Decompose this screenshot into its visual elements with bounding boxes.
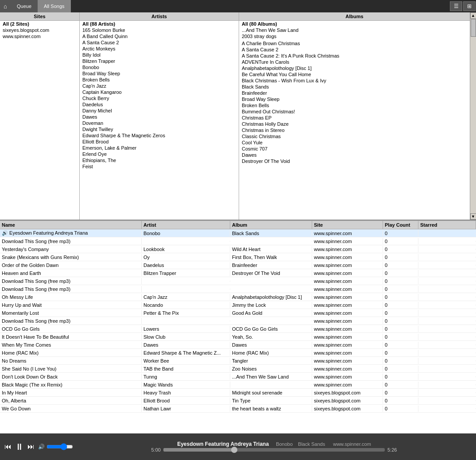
site-item[interactable]: www.spinner.com [0,33,79,39]
table-row[interactable]: Yesterday's CompanyLookbookWild At Heart… [0,245,476,253]
home-button[interactable]: ⌂ [0,0,11,12]
artist-item[interactable]: Broken Bells [80,77,239,83]
table-row[interactable]: Snake (Mexicans with Guns Remix)OyFirst … [0,253,476,261]
table-row[interactable]: Oh Messy LifeCap'n JazzAnalphabetapoloth… [0,293,476,301]
album-item[interactable]: Cosmic 707 [239,146,470,152]
table-row[interactable]: Don't Look Down Or BackTunng...And Then … [0,373,476,381]
column-header-playcount[interactable]: Play Count [383,221,418,229]
table-row[interactable]: Heaven and EarthBlitzen TrapperDestroyer… [0,269,476,277]
artist-item[interactable]: Captain Kangaroo [80,89,239,95]
site-item[interactable]: sixeyes.blogspot.com [0,27,79,33]
song-album-cell: ...And Then We Saw Land [230,374,312,380]
table-row[interactable]: It Doesn't Have To Be BeautifulSlow Club… [0,333,476,341]
table-row[interactable]: In My HeartHeavy TrashMidnight soul sere… [0,389,476,397]
artist-item[interactable]: Feist [80,163,239,170]
queue-tab[interactable]: Queue [11,0,38,12]
artist-item[interactable]: Dawes [80,114,239,120]
artist-item[interactable]: Emerson, Lake & Palmer [80,145,239,151]
song-site-cell: sixeyes.blogspot.com [312,398,383,404]
album-item[interactable]: Black Christmas - Wish From Lux & Ivy [239,77,470,84]
column-header-starred[interactable]: Starred [418,221,476,229]
album-item[interactable]: Brainfeeder [239,90,470,96]
album-item[interactable]: Dawes [239,152,470,158]
site-item[interactable]: All (2 Sites) [0,21,79,27]
table-row[interactable]: Download This Song (free mp3)www.spinner… [0,285,476,293]
artist-item[interactable]: Danny Michel [80,108,239,114]
artist-item[interactable]: Blitzen Trapper [80,58,239,64]
album-item[interactable]: Christmas Holly Daze [239,121,470,127]
table-row[interactable]: Black Magic (The xx Remix)Magic Wandswww… [0,381,476,389]
artist-item[interactable]: Daedelus [80,101,239,108]
album-item[interactable]: Bummed Out Christmas! [239,108,470,115]
artist-item[interactable]: Billy Idol [80,52,239,58]
list-view-button[interactable]: ☰ [450,1,462,11]
album-item[interactable]: Christmas in Stereo [239,127,470,133]
allsongs-tab[interactable]: All Songs [38,0,70,12]
column-header-album[interactable]: Album [230,221,312,229]
album-item[interactable]: Broad Way Sleep [239,96,470,102]
album-item[interactable]: Christmas EP [239,115,470,121]
table-row[interactable]: Download This Song (free mp3)www.spinner… [0,237,476,245]
artist-item[interactable]: Ethiopians, The [80,157,239,163]
table-row[interactable]: Order of the Golden DawnDaedelusBrainfee… [0,261,476,269]
album-item[interactable]: Cool Yule [239,139,470,146]
progress-thumb[interactable] [231,447,237,453]
artist-item[interactable]: Elliott Brood [80,139,239,145]
song-album-cell: Yeah, So. [230,334,312,340]
scroll-thumb[interactable] [471,19,476,37]
album-item[interactable]: Broken Bells [239,102,470,108]
table-row[interactable]: OCD Go Go GirlsLowersOCD Go Go Go Girlsw… [0,325,476,333]
scroll-up-arrow[interactable]: ▲ [470,12,476,19]
table-row[interactable]: Momentarily LostPetter & The PixGood As … [0,309,476,317]
artist-item[interactable]: Dwight Twilley [80,126,239,132]
album-item[interactable]: Black Sands [239,84,470,90]
table-row[interactable]: She Said No (I Love You)TAB the BandZoo … [0,365,476,373]
album-item[interactable]: A Santa Cause 2: It's A Punk Rock Christ… [239,53,470,59]
table-row[interactable]: 🔊 Eyesdown Featuring Andreya TrianaBonob… [0,229,476,237]
table-row[interactable]: When My Time ComesDawesDaweswww.spinner.… [0,341,476,349]
volume-slider[interactable] [46,443,73,450]
artists-list: All (88 Artists)165 Solomon BurkeA Band … [80,21,239,170]
albums-scrollbar[interactable]: ▲ ▼ [470,12,476,220]
table-row[interactable]: No DreamsWorker BeeTanglerwww.spinner.co… [0,357,476,365]
artist-item[interactable]: Bonobo [80,64,239,70]
artist-item[interactable]: All (88 Artists) [80,21,239,27]
artist-item[interactable]: Erlend Oye [80,151,239,157]
table-row[interactable]: Hurry Up and WaitNocandoJimmy the Lockww… [0,301,476,309]
album-item[interactable]: A Santa Cause 2 [239,46,470,53]
album-item[interactable]: ...And Then We Saw Land [239,27,470,33]
artist-item[interactable]: Arctic Monkeys [80,46,239,52]
album-item[interactable]: ADVENTure In Carols [239,59,470,65]
progress-bar[interactable] [163,448,385,452]
artist-item[interactable]: A Band Called Quinn [80,33,239,39]
prev-button[interactable]: ⏮ [4,443,12,451]
column-header-name[interactable]: Name [0,221,142,229]
column-header-artist[interactable]: Artist [142,221,230,229]
artist-item[interactable]: Chuck Berry [80,95,239,101]
album-item[interactable]: Classic Christmas [239,133,470,139]
table-row[interactable]: Download This Song (free mp3)www.spinner… [0,317,476,325]
artist-item[interactable]: Broad Way Sleep [80,70,239,77]
scroll-down-arrow[interactable]: ▼ [470,213,476,220]
artist-item[interactable]: Doveman [80,120,239,126]
grid-view-button[interactable]: ⊞ [463,1,476,11]
table-row[interactable]: Download This Song (free mp3)www.spinner… [0,277,476,285]
artist-item[interactable]: A Santa Cause 2 [80,39,239,46]
album-item[interactable]: Be Careful What You Call Home [239,71,470,77]
current-time: 5:00 [151,447,161,452]
pause-button[interactable]: ⏸ [15,442,24,452]
album-item[interactable]: Destroyer Of The Void [239,158,470,164]
table-row[interactable]: We Go DownNathan Lawrthe heart beats a w… [0,405,476,413]
album-item[interactable]: A Charlie Brown Christmas [239,40,470,46]
next-button[interactable]: ⏭ [27,443,35,451]
table-row[interactable]: Home (RAC Mix)Edward Sharpe & The Magnet… [0,349,476,357]
column-header-site[interactable]: Site [312,221,383,229]
artist-item[interactable]: Cap'n Jazz [80,83,239,89]
album-item[interactable]: 2003 stray dogs [239,33,470,39]
album-item[interactable]: All (80 Albums) [239,21,470,27]
table-row[interactable]: Oh, AlbertaElliott BroodTin Typesixeyes.… [0,397,476,405]
song-starred-cell [418,273,476,274]
album-item[interactable]: Analphabetapolothology [Disc 1] [239,65,470,71]
artist-item[interactable]: Edward Sharpe & The Magnetic Zeros [80,132,239,139]
artist-item[interactable]: 165 Solomon Burke [80,27,239,33]
